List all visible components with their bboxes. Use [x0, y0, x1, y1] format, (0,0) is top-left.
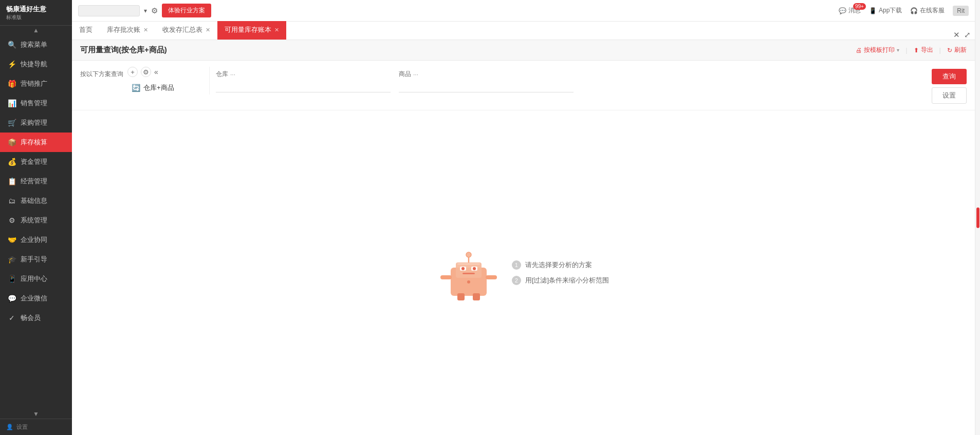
sidebar-item-member[interactable]: ✓ 畅会员: [0, 308, 72, 328]
svg-point-11: [467, 280, 470, 283]
sidebar-item-inventory[interactable]: 📦 库存核算: [0, 133, 72, 152]
print-label: 按模板打印: [864, 46, 895, 54]
sidebar-item-label: 企业微信: [21, 294, 47, 303]
empty-tip-2: 2 用[过滤]条件来缩小分析范围: [512, 276, 609, 285]
svg-point-4: [461, 267, 465, 270]
tip-num-1: 1: [512, 260, 521, 270]
topbar-app-download[interactable]: 📱 App下载: [869, 6, 902, 15]
sidebar-item-app-center[interactable]: 📱 应用中心: [0, 269, 72, 289]
msg-badge: 99+: [853, 3, 866, 10]
scheme-controls: + ⚙ «: [127, 67, 203, 77]
refresh-btn[interactable]: ↻ 刷新: [947, 46, 967, 54]
tab-home[interactable]: 首页: [72, 21, 100, 40]
scheme-settings-btn[interactable]: ⚙: [141, 67, 151, 77]
tab-close-all-icon[interactable]: ✕: [953, 30, 960, 40]
sidebar-item-finance[interactable]: 💰 资金管理: [0, 152, 72, 172]
svg-rect-9: [457, 293, 465, 300]
svg-rect-6: [463, 273, 475, 274]
brand-sub: 标准版: [6, 14, 66, 21]
right-scrollbar[interactable]: [975, 0, 980, 435]
topbar-gear-icon[interactable]: ⚙: [151, 6, 158, 15]
purchase-icon: 🛒: [7, 119, 16, 127]
warehouse-more-btn[interactable]: ···: [230, 71, 235, 78]
sidebar-item-label: 快捷导航: [21, 60, 47, 69]
page-content: 可用量查询(按仓库+商品) 🖨 按模板打印 ▾ | ⬆ 导出 | ↻ 刷新: [72, 40, 975, 435]
empty-tips: 1 请先选择要分析的方案 2 用[过滤]条件来缩小分析范围: [512, 260, 609, 285]
filter-label: 按以下方案查询: [80, 67, 123, 79]
sidebar-item-operation[interactable]: 📋 经营管理: [0, 172, 72, 191]
sidebar-item-enterprise[interactable]: 🤝 企业协同: [0, 230, 72, 250]
svg-point-5: [473, 267, 476, 270]
tabs-controls: ✕ ⤢: [949, 30, 975, 40]
sales-icon: 📊: [7, 99, 16, 107]
sidebar-footer: 👤 设置: [0, 419, 72, 435]
tabs-bar: 首页 库存批次账 ✕ 收发存汇总表 ✕ 可用量库存账本 ✕ ✕ ⤢: [72, 22, 975, 40]
tab-batch-account-label: 库存批次账: [107, 25, 140, 34]
refresh-icon: ↻: [947, 47, 952, 54]
search-menu-icon: 🔍: [7, 41, 16, 49]
topbar-user[interactable]: Rit: [953, 6, 969, 16]
tab-home-label: 首页: [79, 25, 93, 34]
tab-receive-summary[interactable]: 收发存汇总表 ✕: [155, 21, 217, 40]
sidebar-item-sales[interactable]: 📊 销售管理: [0, 93, 72, 113]
filter-goods-label: 商品 ···: [399, 70, 574, 79]
svg-point-13: [466, 252, 471, 257]
scheme-add-btn[interactable]: +: [127, 67, 138, 77]
service-icon: 🎧: [910, 7, 918, 14]
topbar-dropdown-icon[interactable]: ▾: [144, 7, 147, 14]
sidebar-item-label: 资金管理: [21, 157, 47, 166]
print-icon: 🖨: [856, 47, 862, 54]
sidebar-item-label: 销售管理: [21, 99, 47, 108]
tab-available-ledger-close[interactable]: ✕: [274, 27, 279, 33]
filter-field-warehouse: 仓库 ···: [216, 70, 391, 92]
svg-rect-1: [456, 262, 482, 278]
print-btn[interactable]: 🖨 按模板打印 ▾: [856, 46, 899, 54]
sidebar-item-system[interactable]: ⚙ 系统管理: [0, 211, 72, 230]
scheme-item-warehouse-goods[interactable]: 🔄 仓库+商品: [127, 81, 203, 94]
sidebar-item-search-menu[interactable]: 🔍 搜索菜单: [0, 35, 72, 54]
page-header-actions: 🖨 按模板打印 ▾ | ⬆ 导出 | ↻ 刷新: [856, 46, 967, 54]
empty-tip-1: 1 请先选择要分析的方案: [512, 260, 609, 270]
service-label: 在线客服: [920, 6, 945, 15]
sidebar-item-marketing[interactable]: 🎁 营销推广: [0, 74, 72, 93]
svg-rect-14: [457, 263, 480, 264]
header-divider2: |: [939, 46, 941, 54]
inventory-icon: 📦: [7, 138, 16, 146]
sidebar-item-purchase[interactable]: 🛒 采购管理: [0, 113, 72, 133]
export-btn[interactable]: ⬆ 导出: [914, 46, 933, 54]
tab-expand-icon[interactable]: ⤢: [964, 30, 971, 40]
goods-more-btn[interactable]: ···: [413, 71, 418, 78]
query-button[interactable]: 查询: [932, 69, 967, 84]
sidebar-item-enterprise-wechat[interactable]: 💬 企业微信: [0, 289, 72, 308]
sidebar-item-newbie[interactable]: 🎓 新手引导: [0, 250, 72, 269]
sidebar-item-label: 基础信息: [21, 196, 47, 205]
tab-receive-summary-close[interactable]: ✕: [206, 27, 210, 33]
filter-field-goods: 商品 ···: [399, 70, 574, 92]
sidebar-item-label: 库存核算: [21, 138, 47, 147]
tab-batch-account[interactable]: 库存批次账 ✕: [100, 21, 155, 40]
scheme-icon: 🔄: [132, 84, 140, 92]
tab-available-ledger-label: 可用量库存账本: [225, 25, 271, 34]
sidebar-item-quick-nav[interactable]: ⚡ 快捷导航: [0, 54, 72, 74]
warehouse-input[interactable]: [216, 81, 391, 92]
sidebar-item-label: 企业协同: [21, 235, 47, 244]
topbar-msg[interactable]: 💬 消息 99+: [839, 6, 861, 15]
page-title: 可用量查询(按仓库+商品): [80, 45, 167, 55]
scheme-item-label: 仓库+商品: [143, 83, 174, 92]
topbar-service[interactable]: 🎧 在线客服: [910, 6, 945, 15]
sidebar-item-label: 营销推广: [21, 79, 47, 88]
goods-input[interactable]: [399, 81, 574, 92]
enterprise-icon: 🤝: [7, 236, 16, 244]
setting-button[interactable]: 设置: [932, 87, 967, 104]
tab-receive-summary-label: 收发存汇总表: [162, 25, 202, 34]
sidebar-scroll-down[interactable]: ▼: [0, 409, 72, 419]
scheme-collapse-btn[interactable]: «: [154, 68, 158, 76]
topbar-search-input[interactable]: [78, 5, 140, 16]
industry-btn[interactable]: 体验行业方案: [162, 4, 211, 17]
tab-batch-account-close[interactable]: ✕: [143, 27, 148, 33]
sidebar-scroll-up[interactable]: ▲: [0, 26, 72, 35]
sidebar-item-basic[interactable]: 🗂 基础信息: [0, 191, 72, 211]
tab-available-ledger[interactable]: 可用量库存账本 ✕: [217, 21, 286, 40]
export-icon: ⬆: [914, 47, 919, 54]
page-header: 可用量查询(按仓库+商品) 🖨 按模板打印 ▾ | ⬆ 导出 | ↻ 刷新: [72, 40, 975, 61]
